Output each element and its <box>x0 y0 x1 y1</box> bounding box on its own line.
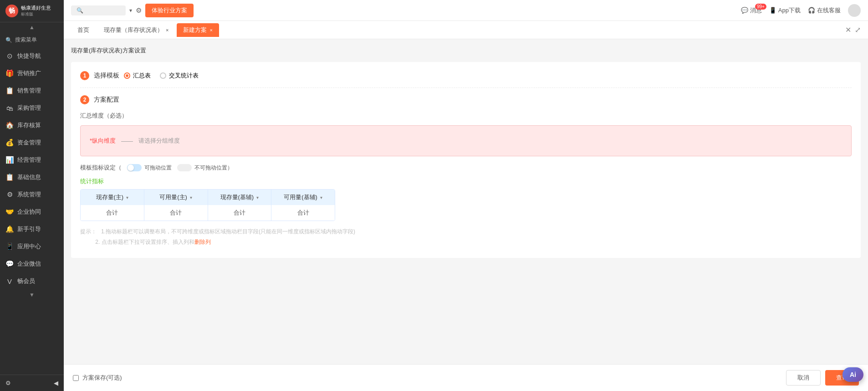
collapse-icon[interactable]: ◀ <box>54 380 58 386</box>
shortcut-icon: ⊙ <box>5 52 14 60</box>
basic-icon: 📋 <box>5 173 14 181</box>
message-button[interactable]: 💬 消息 99+ <box>741 6 762 15</box>
stats-header-cell-0[interactable]: 现存量(主) ▾ <box>81 190 144 205</box>
sidebar-item-label: 畅会员 <box>17 277 35 285</box>
header-gear[interactable]: ⚙ <box>136 6 142 15</box>
tips-section: 提示： 1.拖动标题栏可以调整布局，不可跨维度或指标区域拖动栏目字段(只能在同一… <box>80 228 852 246</box>
chevron-down-icon-1[interactable]: ▾ <box>190 195 192 200</box>
stats-header-cell-1[interactable]: 可用量(主) ▾ <box>144 190 208 205</box>
wechat-icon: 💬 <box>5 260 14 268</box>
drag-indicator-on[interactable] <box>127 164 142 171</box>
tab-home[interactable]: 首页 <box>71 23 96 37</box>
sidebar-item-label: 企业协同 <box>17 208 41 216</box>
search-icon: 🔍 <box>5 37 12 43</box>
stats-data-cell-0-3: 合计 <box>271 205 335 221</box>
trial-button[interactable]: 体验行业方案 <box>145 4 194 17</box>
search-menu-button[interactable]: 🔍 搜索菜单 <box>0 32 64 47</box>
sidebar-item-label: 库存核算 <box>17 121 41 129</box>
tips-intro: 提示： 1.拖动标题栏可以调整布局，不可跨维度或指标区域拖动栏目字段(只能在同一… <box>80 228 355 235</box>
step2-badge: 2 <box>80 95 89 104</box>
sidebar-item-label: 基础信息 <box>17 173 41 181</box>
tip1: 提示： 1.拖动标题栏可以调整布局，不可跨维度或指标区域拖动栏目字段(只能在同一… <box>80 228 852 236</box>
radio-summary[interactable]: 汇总表 <box>124 72 151 80</box>
sidebar-item-member[interactable]: V 畅会员 <box>0 273 64 290</box>
sidebar-item-guide[interactable]: 🔔 新手引导 <box>0 221 64 238</box>
sidebar-item-basic[interactable]: 📋 基础信息 <box>0 169 64 186</box>
stats-col3-label: 可用量(基辅) <box>284 193 317 201</box>
appcenter-icon: 📱 <box>5 242 14 251</box>
header-dropdown[interactable]: ▾ <box>129 7 132 14</box>
stats-header-cell-3[interactable]: 可用量(基辅) ▾ <box>271 190 335 205</box>
sidebar-item-cooperation[interactable]: 🤝 企业协同 <box>0 203 64 221</box>
non-draggable-indicator: 不可拖动位置） <box>177 164 233 172</box>
purchase-icon: 🛍 <box>5 104 14 112</box>
app-download-button[interactable]: 📱 App下载 <box>769 6 801 15</box>
sidebar-item-wechat[interactable]: 💬 企业微信 <box>0 255 64 273</box>
guide-icon: 🔔 <box>5 225 14 233</box>
chevron-down-icon-0[interactable]: ▾ <box>126 195 128 200</box>
radio-summary-label: 汇总表 <box>133 72 151 80</box>
sidebar-logo: 畅 畅康通好生意 标准版 <box>0 0 64 22</box>
drag-indicator-off <box>177 164 192 171</box>
radio-summary-circle <box>124 72 130 79</box>
stats-data-cell-0-1: 合计 <box>144 205 208 221</box>
stats-header-cell-2[interactable]: 现存量(基辅) ▾ <box>208 190 272 205</box>
settings-icon[interactable]: ⚙ <box>5 380 11 386</box>
system-icon: ⚙ <box>5 190 14 199</box>
stats-data-row-0: 合计 合计 合计 合计 <box>81 205 335 221</box>
member-icon: V <box>5 278 14 285</box>
stats-data-cell-0-0: 合计 <box>81 205 144 221</box>
chevron-down-icon-3[interactable]: ▾ <box>320 195 322 200</box>
search-icon: 🔍 <box>77 7 83 14</box>
sidebar-item-label: 应用中心 <box>17 242 41 251</box>
sidebar-item-purchase[interactable]: 🛍 采购管理 <box>0 99 64 117</box>
online-service-label: 在线客服 <box>817 6 841 15</box>
chevron-down-icon-2[interactable]: ▾ <box>256 195 259 200</box>
save-option: 方案保存(可选) <box>73 374 122 382</box>
stats-col0-label: 现存量(主) <box>96 193 124 201</box>
dimension-placeholder: 请选择分组维度 <box>138 137 180 145</box>
tab-home-label: 首页 <box>77 26 89 34</box>
tab-new-scheme[interactable]: 新建方案 × <box>177 23 219 37</box>
window-expand-button[interactable]: ⤢ <box>855 26 861 34</box>
sidebar-item-marketing[interactable]: 🎁 营销推广 <box>0 65 64 82</box>
message-icon: 💬 <box>741 7 748 14</box>
sidebar-item-finance[interactable]: 💰 资金管理 <box>0 134 64 151</box>
sidebar: 畅 畅康通好生意 标准版 ▲ 🔍 搜索菜单 ⊙ 快捷导航 🎁 营销推广 📋 销售… <box>0 0 64 391</box>
sidebar-item-system[interactable]: ⚙ 系统管理 <box>0 186 64 203</box>
tab-inventory-label: 现存量（库存状况表） <box>104 26 163 34</box>
draggable-toggle[interactable]: 可拖动位置 <box>127 164 172 172</box>
sidebar-item-label: 资金管理 <box>17 139 41 147</box>
online-service-button[interactable]: 🎧 在线客服 <box>808 6 841 15</box>
tab-inventory[interactable]: 现存量（库存状况表） × <box>97 23 175 37</box>
scroll-up-button[interactable]: ▲ <box>0 22 64 32</box>
dimension-required: *纵向维度 <box>90 137 116 145</box>
dimension-area[interactable]: *纵向维度 —— 请选择分组维度 <box>80 125 852 156</box>
non-draggable-label: 不可拖动位置） <box>194 164 233 172</box>
sidebar-item-operations[interactable]: 📊 经营管理 <box>0 151 64 169</box>
sidebar-item-label: 快捷导航 <box>17 52 41 60</box>
window-close-button[interactable]: ✕ <box>845 26 851 34</box>
user-avatar[interactable] <box>848 4 861 17</box>
save-checkbox[interactable] <box>73 375 79 381</box>
service-icon: 🎧 <box>808 7 815 14</box>
tab-new-scheme-close[interactable]: × <box>209 27 212 33</box>
aggregation-label: 汇总维度（必选） <box>80 112 852 120</box>
step2-title: 方案配置 <box>94 96 119 104</box>
tab-inventory-close[interactable]: × <box>166 27 168 33</box>
radio-cross[interactable]: 交叉统计表 <box>160 72 199 80</box>
scroll-down-button[interactable]: ▼ <box>0 290 64 300</box>
sidebar-item-shortcut[interactable]: ⊙ 快捷导航 <box>0 47 64 65</box>
cancel-button[interactable]: 取消 <box>786 370 821 386</box>
sidebar-item-appcenter[interactable]: 📱 应用中心 <box>0 238 64 255</box>
header-search-box[interactable]: 🔍 <box>71 5 126 15</box>
tip2: 2. 点击标题栏下拉可设置排序、插入列和删除列 <box>80 238 852 246</box>
sidebar-item-sales[interactable]: 📋 销售管理 <box>0 82 64 99</box>
ai-bubble[interactable]: Ai <box>842 367 863 382</box>
template-radio-group: 汇总表 交叉统计表 <box>124 72 199 80</box>
footer: 方案保存(可选) 取消 查询 <box>64 364 868 391</box>
sidebar-item-label: 采购管理 <box>17 104 41 112</box>
stats-header-row: 现存量(主) ▾ 可用量(主) ▾ 现存量(基辅) ▾ 可用量(基辅) ▾ <box>81 190 335 205</box>
sidebar-item-inventory[interactable]: 🏠 库存核算 <box>0 117 64 134</box>
sidebar-item-label: 营销推广 <box>17 69 41 77</box>
